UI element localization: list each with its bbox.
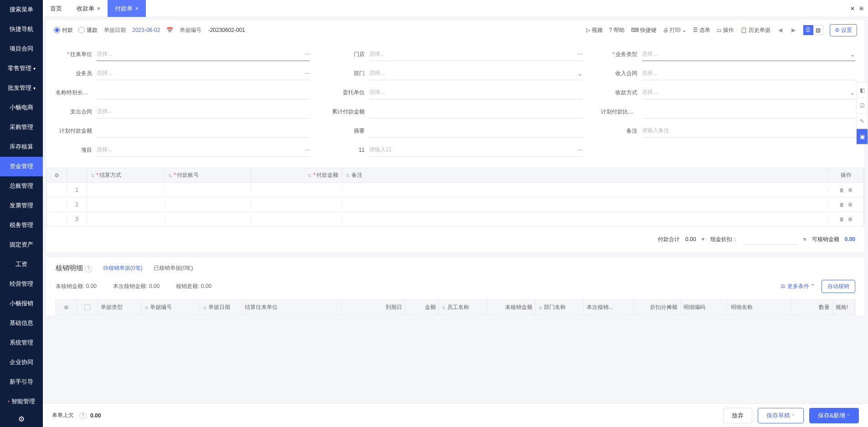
account-header[interactable]: 付款账号	[165, 168, 251, 182]
select-all-header[interactable]	[77, 300, 98, 315]
close-icon[interactable]: ×	[135, 5, 139, 12]
sidebar-item-salary[interactable]: 工资	[0, 254, 43, 274]
sidebar-item-expense[interactable]: 小畅报销	[0, 293, 43, 313]
settlevendor-header[interactable]: 结算往来单位	[242, 300, 341, 315]
table-row[interactable]: 2	[47, 197, 864, 212]
lookup-icon[interactable]	[577, 51, 583, 57]
planratio-input[interactable]	[642, 105, 855, 118]
sidebar-item-baseinfo[interactable]: 基础信息	[0, 313, 43, 333]
spec-header[interactable]: 规格!	[833, 300, 855, 315]
salesman-input[interactable]: 选择...	[97, 67, 310, 80]
sidebar-item-purchase[interactable]: 采购管理	[0, 118, 43, 137]
add-row-icon[interactable]	[848, 216, 852, 222]
chevron-down-icon[interactable]	[850, 51, 855, 58]
sidebar-item-system[interactable]: 系统管理	[0, 333, 43, 352]
cashdiscount-input[interactable]	[743, 234, 798, 245]
sidebar-item-business[interactable]: 经营管理	[0, 274, 43, 293]
view-expanded-button[interactable]: ▤	[813, 25, 823, 35]
select-doc-link[interactable]: ☰选单	[693, 26, 710, 34]
dept-input[interactable]: 选择...	[369, 67, 583, 80]
table2-config-header[interactable]	[56, 300, 77, 315]
sidebar-item-smart[interactable]: 智能管理	[0, 391, 43, 411]
sidebar-item-search[interactable]: 搜索菜单	[0, 0, 43, 20]
sidebar-item-inventory[interactable]: 库存核算	[0, 137, 43, 157]
help-icon[interactable]	[83, 264, 92, 272]
sidebar-settings[interactable]	[0, 411, 43, 427]
side-tool-4[interactable]: ▣	[857, 129, 868, 144]
table-row[interactable]: 1	[47, 183, 864, 197]
abandon-button[interactable]: 放弃	[723, 408, 752, 423]
radio-refund[interactable]: 退款	[78, 26, 98, 34]
close-icon[interactable]: ×	[97, 5, 100, 12]
note-header[interactable]: 备注	[342, 168, 828, 182]
qty-header[interactable]: 数量	[792, 300, 833, 315]
tabs-menu-icon[interactable]	[859, 5, 863, 13]
sidebar-item-tax[interactable]: 税务管理	[0, 215, 43, 235]
radio-pay[interactable]: 付款	[54, 26, 73, 34]
paymethod-input[interactable]: 选择...	[642, 86, 855, 99]
amount-header[interactable]: 付款金额	[251, 168, 342, 182]
tab-pending[interactable]: 待核销单据(0笔)	[103, 264, 143, 272]
sidebar-item-ledger[interactable]: 总账管理	[0, 176, 43, 196]
chevron-down-icon[interactable]	[577, 70, 583, 77]
table-row[interactable]: 3	[47, 212, 864, 226]
sidebar-item-guide[interactable]: 新手引导	[0, 372, 43, 391]
lookup-icon[interactable]	[577, 147, 583, 153]
settle-method-header[interactable]: 结算方式	[87, 168, 165, 182]
calendar-icon[interactable]: 📅	[166, 27, 173, 33]
vendor-input[interactable]: 选择...	[97, 47, 310, 61]
sidebar-item-assets[interactable]: 固定资产	[0, 235, 43, 254]
sidebar-item-contract[interactable]: 项目合同	[0, 39, 43, 59]
print-link[interactable]: 🖨打印 ⌄	[663, 26, 687, 34]
help-link[interactable]: ?帮助	[609, 26, 625, 34]
sidebar-item-retail[interactable]: 零售管理	[0, 59, 43, 78]
remark-input[interactable]: 请输入备注	[642, 124, 855, 138]
income-contract-input[interactable]: 选择...	[642, 67, 855, 80]
sidebar-item-collab[interactable]: 企业协同	[0, 352, 43, 372]
close-all-tabs-icon[interactable]	[850, 5, 855, 12]
docdate-header[interactable]: 单据日期	[200, 300, 242, 315]
detailname-header[interactable]: 明细名称	[728, 300, 792, 315]
chevron-down-icon[interactable]	[850, 89, 855, 96]
add-row-icon[interactable]	[848, 201, 852, 208]
project-input[interactable]: 选择...	[97, 143, 310, 157]
sidebar-item-quicknav[interactable]: 快捷导航	[0, 20, 43, 39]
delete-row-icon[interactable]	[839, 216, 844, 222]
store-input[interactable]: 选择...	[369, 47, 583, 61]
settings-button[interactable]: ⚙ 设置	[830, 24, 857, 36]
help-icon[interactable]	[78, 412, 87, 419]
amount2-header[interactable]: 金额	[405, 300, 439, 315]
lookup-icon[interactable]	[305, 70, 310, 77]
add-row-icon[interactable]	[848, 187, 852, 193]
video-link[interactable]: ▷视频	[586, 26, 603, 34]
emp-header[interactable]: 员工名称	[439, 300, 487, 315]
summary-input[interactable]	[369, 124, 583, 138]
lookup-icon[interactable]	[305, 147, 310, 153]
auto-writeoff-button[interactable]: 自动核销	[822, 280, 855, 293]
unwriteoff-header[interactable]: 未核销金额	[487, 300, 536, 315]
save-draft-button[interactable]: 保存草稿	[758, 408, 804, 423]
view-compact-button[interactable]: ☰	[803, 25, 813, 35]
save-and-new-button[interactable]: 保存&新增	[809, 408, 859, 423]
totalpay-input[interactable]	[369, 105, 583, 118]
tab-done[interactable]: 已核销单据(0笔)	[154, 264, 193, 272]
delegate-input[interactable]: 选择...	[369, 86, 583, 99]
docno-header[interactable]: 单据编号	[142, 300, 200, 315]
tab-home[interactable]: 首页	[43, 0, 69, 17]
tab-receipt[interactable]: 收款单×	[69, 0, 108, 17]
detailcode-header[interactable]: 明细编码	[681, 300, 728, 315]
thiswriteoff-header[interactable]: 本次核销...	[584, 300, 634, 315]
date-value[interactable]: 2023-06-02	[132, 27, 160, 33]
longname-input[interactable]	[97, 86, 310, 99]
side-tool-1[interactable]: ◧	[857, 82, 868, 98]
duedate-header[interactable]: 到期日	[341, 300, 405, 315]
planamount-input[interactable]	[97, 124, 310, 138]
dept2-header[interactable]: 部门名称	[536, 300, 584, 315]
operate-link[interactable]: ⚏操作	[717, 26, 734, 34]
doctype-header[interactable]: 单据类型	[98, 300, 142, 315]
sidebar-item-wholesale[interactable]: 批发管理	[0, 78, 43, 98]
next-doc-icon[interactable]: ▶	[790, 27, 797, 33]
shortcut-link[interactable]: ⌨快捷键	[631, 26, 656, 34]
delete-row-icon[interactable]	[839, 187, 844, 193]
history-link[interactable]: 📋历史单据	[740, 26, 770, 34]
